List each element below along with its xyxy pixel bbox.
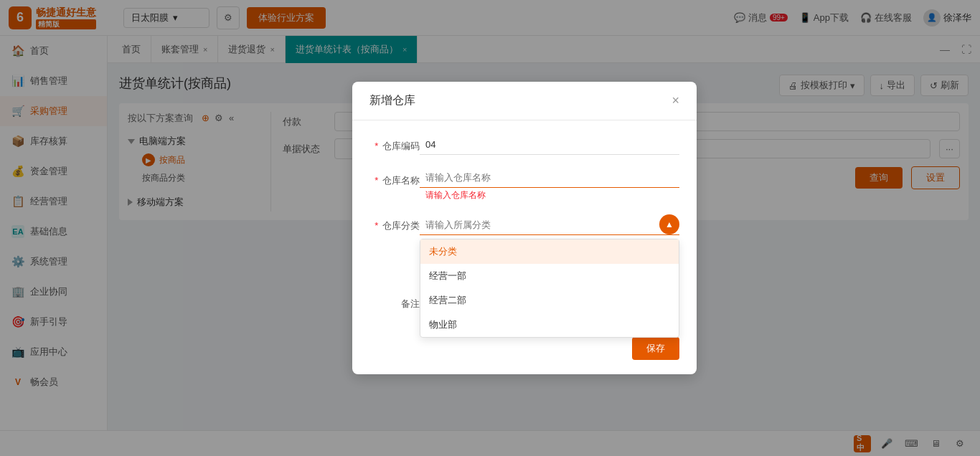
modal-close-button[interactable]: × <box>672 93 679 108</box>
dropdown-item-ops2[interactable]: 经营二部 <box>420 288 679 313</box>
required-mark: * <box>374 141 378 151</box>
modal-title: 新增仓库 <box>369 93 415 108</box>
save-button[interactable]: 保存 <box>632 337 679 360</box>
modal-row-name: * 仓库名称 请输入仓库名称 <box>369 168 679 201</box>
modal-row-category: * 仓库分类 ▲ 未分类 经营一部 经营二部 物业部 <box>369 214 679 235</box>
required-mark2: * <box>374 175 378 186</box>
code-label: * 仓库编码 <box>369 135 420 153</box>
modal-body: * 仓库编码 * 仓库名称 请输入仓库名称 * 仓库分类 <box>352 120 697 331</box>
modal-header: 新增仓库 × <box>352 82 697 120</box>
dropdown-chevron-button[interactable]: ▲ <box>659 214 679 234</box>
dropdown-item-ops1[interactable]: 经营一部 <box>420 264 679 288</box>
new-warehouse-modal: 新增仓库 × * 仓库编码 * 仓库名称 请输入仓库名称 <box>352 82 697 374</box>
dropdown-item-property[interactable]: 物业部 <box>420 313 679 337</box>
category-input-wrapper: ▲ <box>420 214 679 235</box>
modal-row-code: * 仓库编码 <box>369 135 679 155</box>
warehouse-code-input[interactable] <box>420 135 679 155</box>
category-input[interactable] <box>420 215 659 234</box>
category-dropdown-list: 未分类 经营一部 经营二部 物业部 <box>420 239 679 338</box>
dropdown-item-uncategorized[interactable]: 未分类 <box>420 239 679 264</box>
warehouse-name-input[interactable] <box>420 168 679 188</box>
category-label: * 仓库分类 <box>369 214 420 232</box>
name-label: * 仓库名称 <box>369 169 420 187</box>
required-mark3: * <box>374 220 378 231</box>
note-label: 备注 <box>369 293 420 310</box>
category-dropdown: ▲ 未分类 经营一部 经营二部 物业部 <box>420 214 679 235</box>
name-error-message: 请输入仓库名称 <box>425 189 486 201</box>
